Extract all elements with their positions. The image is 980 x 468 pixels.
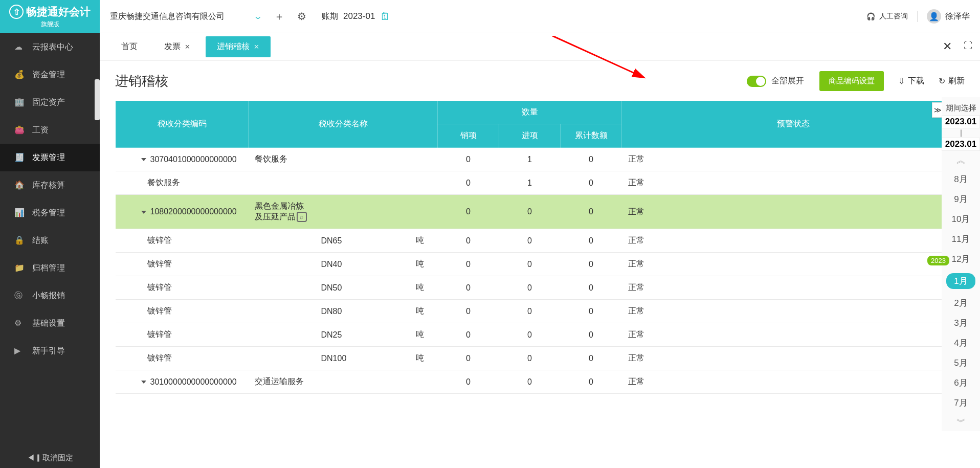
- sidebar-item-8[interactable]: 📁归档管理: [0, 254, 100, 282]
- magnify-icon[interactable]: ⌕: [297, 212, 307, 222]
- period-value: 2023-01: [343, 11, 375, 21]
- sidebar-item-0[interactable]: ☁云报表中心: [0, 33, 100, 61]
- month-option[interactable]: 2月: [942, 293, 980, 313]
- nav-icon: 💰: [14, 70, 25, 80]
- nav-icon: ▶: [14, 346, 25, 356]
- sidebar-resize-handle[interactable]: [95, 79, 100, 120]
- unpin-sidebar[interactable]: ◀▎取消固定: [0, 453, 100, 463]
- product-code-settings-button[interactable]: 商品编码设置: [819, 71, 884, 91]
- nav-icon: ☁: [14, 42, 25, 52]
- logo-icon: ⇧: [9, 5, 24, 19]
- table-row[interactable]: 3010000000000000000交通运输服务000正常: [116, 370, 965, 394]
- date-panel-title: 期间选择: [942, 100, 980, 115]
- nav-icon: 👛: [14, 125, 25, 135]
- th-qty: 数量: [438, 101, 622, 124]
- close-icon[interactable]: ✕: [943, 40, 952, 53]
- sidebar-item-7[interactable]: 🔒结账: [0, 227, 100, 254]
- th-alert: 预警状态: [622, 101, 965, 148]
- month-option[interactable]: 4月: [942, 333, 980, 353]
- fullscreen-icon[interactable]: ⛶: [964, 41, 972, 51]
- month-option[interactable]: 9月: [942, 189, 980, 209]
- audit-table: 税收分类编码 税收分类名称 数量 预警状态 销项 进项 累计数额 3070401…: [115, 100, 965, 394]
- headset-icon: 🎧: [866, 12, 875, 20]
- table-row[interactable]: 镀锌管DN40吨000正常: [116, 253, 965, 276]
- refresh-icon: ↻: [939, 76, 945, 86]
- month-option[interactable]: 1月: [942, 269, 980, 293]
- nav-icon: 🧾: [14, 152, 25, 163]
- sidebar-item-6[interactable]: 📊税务管理: [0, 199, 100, 227]
- download-icon: ⇩: [898, 76, 905, 86]
- nav-icon: ⚙: [14, 318, 25, 328]
- month-option[interactable]: 8月: [942, 169, 980, 189]
- org-selector[interactable]: 重庆畅捷交通信息咨询有限公司 ⌄: [110, 11, 261, 22]
- avatar-icon: 👤: [927, 9, 941, 24]
- calendar-icon[interactable]: 🗓: [380, 11, 390, 23]
- expand-icon[interactable]: [141, 158, 146, 161]
- month-option[interactable]: 6月: [942, 373, 980, 393]
- sidebar-item-11[interactable]: ▶新手引导: [0, 337, 100, 365]
- table-row[interactable]: 镀锌管DN100吨000正常: [116, 347, 965, 370]
- month-option[interactable]: 10月: [942, 209, 980, 229]
- year-badge: 2023: [927, 256, 949, 265]
- nav-icon: 🏠: [14, 180, 25, 190]
- add-icon[interactable]: ＋: [274, 10, 284, 24]
- expand-icon[interactable]: [141, 211, 146, 214]
- expand-all-toggle[interactable]: [747, 76, 766, 87]
- support-link[interactable]: 🎧 人工咨询: [866, 12, 908, 21]
- page: 进销稽核 全部展开 商品编码设置 ⇩下载 ↻刷新 税收分类编码 税收分类名称 数…: [100, 61, 980, 468]
- th-out: 销项: [438, 124, 499, 148]
- table-row[interactable]: 镀锌管DN65吨000正常: [116, 229, 965, 253]
- tab-0[interactable]: 首页: [110, 36, 149, 57]
- sidebar-item-3[interactable]: 👛工资: [0, 116, 100, 144]
- date-range-from[interactable]: 2023.01: [942, 115, 980, 128]
- user-menu[interactable]: 👤 徐泽华: [927, 9, 970, 24]
- date-nav-up[interactable]: ︽: [942, 151, 980, 169]
- month-option[interactable]: 5月: [942, 353, 980, 373]
- month-option[interactable]: 11月: [942, 229, 980, 249]
- refresh-link[interactable]: ↻刷新: [939, 76, 965, 86]
- sidebar: ⇧ 畅捷通好会计 旗舰版 ☁云报表中心💰资金管理🏢固定资产👛工资🧾发票管理🏠库存…: [0, 0, 100, 468]
- date-range-sep: ｜: [942, 128, 980, 138]
- brand-edition: 旗舰版: [41, 20, 59, 29]
- sidebar-item-10[interactable]: ⚙基础设置: [0, 309, 100, 337]
- month-option[interactable]: 3月: [942, 313, 980, 333]
- chevron-down-icon: ⌄: [253, 12, 263, 20]
- th-name: 税收分类名称: [249, 101, 438, 148]
- period-label: 账期: [322, 11, 338, 22]
- nav-icon: Ⓖ: [14, 291, 25, 301]
- download-link[interactable]: ⇩下载: [898, 76, 924, 86]
- tab-close-icon[interactable]: ✕: [185, 43, 190, 51]
- date-range-to[interactable]: 2023.01: [942, 138, 980, 151]
- table-wrapper: 税收分类编码 税收分类名称 数量 预警状态 销项 进项 累计数额 3070401…: [115, 100, 965, 394]
- logo[interactable]: ⇧ 畅捷通好会计 旗舰版: [0, 0, 100, 33]
- table-row[interactable]: 镀锌管DN50吨000正常: [116, 276, 965, 300]
- nav-icon: 🔒: [14, 235, 25, 246]
- org-name: 重庆畅捷交通信息咨询有限公司: [110, 11, 225, 22]
- th-code: 税收分类编码: [116, 101, 249, 148]
- table-row[interactable]: 餐饮服务010正常: [116, 171, 965, 195]
- sidebar-item-2[interactable]: 🏢固定资产: [0, 88, 100, 116]
- user-name: 徐泽华: [945, 11, 970, 22]
- th-cum: 累计数额: [561, 124, 622, 148]
- table-row[interactable]: 3070401000000000000餐饮服务010正常: [116, 148, 965, 171]
- nav-icon: 📁: [14, 263, 25, 273]
- tab-close-icon[interactable]: ✕: [254, 43, 259, 51]
- tab-1[interactable]: 发票✕: [153, 36, 202, 57]
- sidebar-item-1[interactable]: 💰资金管理: [0, 61, 100, 88]
- divider: [917, 11, 918, 22]
- table-row[interactable]: 1080200000000000000黑色金属冶炼及压延产品⌕000正常: [116, 195, 965, 229]
- expand-all-label: 全部展开: [771, 76, 804, 86]
- tab-2[interactable]: 进销稽核✕: [206, 36, 271, 57]
- date-nav-down[interactable]: ︾: [942, 413, 980, 431]
- sidebar-item-5[interactable]: 🏠库存核算: [0, 171, 100, 199]
- gear-icon[interactable]: ⚙: [297, 10, 306, 23]
- month-option[interactable]: 7月: [942, 393, 980, 413]
- brand-name: 畅捷通好会计: [26, 5, 91, 19]
- expand-icon[interactable]: [141, 381, 146, 384]
- table-row[interactable]: 镀锌管DN80吨000正常: [116, 300, 965, 323]
- sidebar-item-4[interactable]: 🧾发票管理: [0, 144, 100, 171]
- sidebar-item-9[interactable]: Ⓖ小畅报销: [0, 282, 100, 309]
- tab-bar: 首页发票✕进销稽核✕: [100, 33, 980, 61]
- page-title: 进销稽核: [115, 72, 168, 90]
- table-row[interactable]: 镀锌管DN25吨000正常: [116, 323, 965, 347]
